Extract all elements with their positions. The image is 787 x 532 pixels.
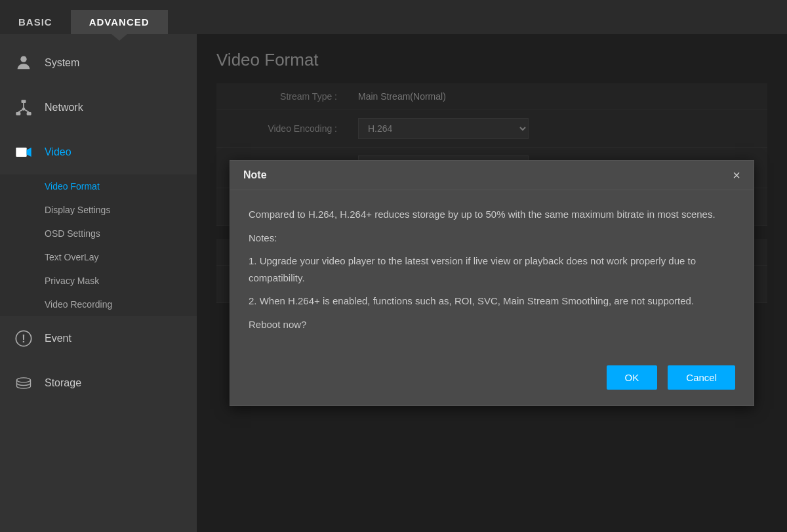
modal-footer: OK Cancel [230, 355, 754, 405]
svg-text:!: ! [22, 333, 25, 344]
sidebar-label-storage: Storage [45, 377, 81, 389]
ok-button[interactable]: OK [607, 365, 658, 390]
tab-advanced[interactable]: ADVANCED [71, 10, 168, 34]
sidebar-label-system: System [45, 57, 79, 69]
modal-notes-label: Notes: [249, 230, 735, 247]
svg-point-7 [22, 108, 26, 111]
tab-basic[interactable]: BASIC [0, 10, 71, 34]
svg-rect-3 [27, 112, 31, 115]
svg-rect-1 [22, 100, 26, 103]
sidebar-label-network: Network [45, 102, 83, 113]
svg-point-12 [17, 378, 31, 382]
submenu-privacy-mask[interactable]: Privacy Mask [0, 269, 197, 293]
note-modal: Note × Compared to H.264, H.264+ reduces… [230, 160, 754, 406]
modal-note2: 2. When H.264+ is enabled, functions suc… [249, 293, 735, 310]
main-layout: System Network [0, 34, 787, 532]
sidebar-item-video[interactable]: Video [0, 130, 197, 174]
top-navigation: BASIC ADVANCED [0, 0, 787, 34]
svg-rect-8 [16, 148, 26, 157]
svg-point-0 [20, 56, 26, 62]
modal-line1: Compared to H.264, H.264+ reduces storag… [249, 206, 735, 223]
sidebar-item-network[interactable]: Network [0, 85, 197, 130]
sidebar-item-system[interactable]: System [0, 41, 197, 85]
modal-reboot: Reboot now? [249, 316, 735, 333]
sidebar-label-video: Video [45, 146, 71, 158]
submenu-display-settings[interactable]: Display Settings [0, 198, 197, 222]
sidebar-item-storage[interactable]: Storage [0, 361, 197, 405]
event-icon: ! [13, 328, 34, 349]
submenu-video-recording[interactable]: Video Recording [0, 293, 197, 316]
modal-backdrop: Note × Compared to H.264, H.264+ reduces… [197, 34, 787, 532]
modal-close-button[interactable]: × [733, 169, 740, 182]
submenu-video-format[interactable]: Video Format [0, 174, 197, 198]
svg-rect-2 [16, 112, 20, 115]
sidebar-item-event[interactable]: ! Event [0, 316, 197, 361]
modal-note1: 1. Upgrade your video player to the late… [249, 253, 735, 286]
video-icon [13, 142, 34, 163]
sidebar-label-event: Event [45, 333, 71, 344]
submenu-text-overlay[interactable]: Text OverLay [0, 245, 197, 269]
cancel-button[interactable]: Cancel [668, 365, 735, 390]
modal-title: Note [243, 169, 267, 181]
video-submenu: Video Format Display Settings OSD Settin… [0, 174, 197, 316]
modal-body: Compared to H.264, H.264+ reduces storag… [230, 190, 754, 355]
content-area: Video Format Stream Type : Main Stream(N… [197, 34, 787, 532]
storage-icon [13, 373, 34, 394]
person-icon [13, 52, 34, 73]
svg-marker-9 [27, 148, 31, 157]
modal-header: Note × [230, 161, 754, 190]
network-icon [13, 97, 34, 118]
submenu-osd-settings[interactable]: OSD Settings [0, 222, 197, 245]
sidebar: System Network [0, 34, 197, 532]
